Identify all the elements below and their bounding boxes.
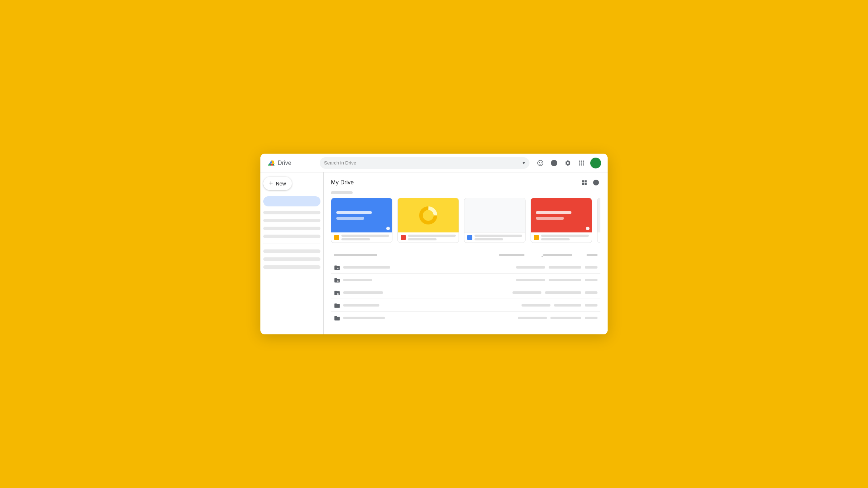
- folder-icon: [334, 302, 340, 308]
- list-row-content: [343, 317, 597, 319]
- svg-point-1: [539, 162, 540, 163]
- row-size: [585, 266, 597, 269]
- card-filename-1: [341, 235, 389, 237]
- settings-icon[interactable]: [563, 158, 573, 168]
- svg-rect-12: [582, 180, 584, 182]
- section-label: [331, 191, 353, 194]
- sidebar-item-spam[interactable]: [263, 249, 320, 253]
- app-header: Drive ▾: [260, 154, 608, 172]
- card-info-2: [398, 232, 459, 243]
- sidebar-item-shared[interactable]: [263, 219, 320, 222]
- sidebar-item-storage[interactable]: [263, 265, 320, 269]
- file-card-2[interactable]: [397, 198, 459, 243]
- list-row-content: [343, 266, 597, 269]
- row-name: [343, 266, 390, 269]
- new-plus-icon: +: [269, 180, 273, 187]
- card-meta-4: [541, 238, 570, 240]
- search-dropdown-icon[interactable]: ▾: [523, 160, 525, 166]
- svg-rect-4: [581, 160, 582, 162]
- sidebar-divider: [263, 244, 320, 244]
- card-filename-2: [408, 235, 456, 237]
- main-header: My Drive: [331, 178, 600, 187]
- sidebar-item-trash[interactable]: [263, 257, 320, 261]
- drive-window: Drive ▾: [260, 154, 608, 334]
- grid-view-icon[interactable]: [580, 178, 589, 187]
- main-content: My Drive: [324, 172, 608, 334]
- list-item[interactable]: [331, 261, 600, 274]
- sidebar-item-my-drive[interactable]: [263, 196, 320, 206]
- shared-folder-icon: [334, 277, 340, 283]
- search-input[interactable]: [324, 157, 523, 169]
- card-thumbnail-4: [531, 198, 592, 232]
- user-avatar[interactable]: [590, 158, 601, 168]
- search-bar[interactable]: ▾: [320, 157, 529, 169]
- app-body: + New My Drive: [260, 172, 608, 334]
- card-text-2: [408, 235, 456, 240]
- svg-rect-11: [583, 164, 584, 165]
- file-card-3[interactable]: [464, 198, 526, 243]
- new-button[interactable]: + New: [263, 177, 292, 190]
- row-name: [343, 304, 379, 307]
- row-name: [343, 291, 383, 294]
- card-meta-1: [341, 238, 370, 240]
- row-modified: [550, 317, 581, 319]
- new-button-label: New: [276, 181, 286, 187]
- svg-rect-7: [581, 162, 582, 163]
- logo-area: Drive: [267, 159, 314, 167]
- card-thumbnail-1: [331, 198, 392, 232]
- list-item[interactable]: [331, 299, 600, 312]
- card-info-5: [597, 232, 600, 242]
- list-item[interactable]: [331, 312, 600, 324]
- sidebar-item-starred[interactable]: [263, 235, 320, 238]
- card-info-1: [331, 232, 392, 243]
- list-header: ↓: [331, 250, 600, 260]
- col-size: [587, 254, 597, 256]
- row-modified: [545, 291, 581, 294]
- svg-rect-6: [579, 162, 580, 163]
- header-icons: [535, 158, 601, 168]
- svg-rect-5: [583, 160, 584, 162]
- card-thumbnail-5: [597, 198, 600, 232]
- shared-folder-icon: [334, 289, 340, 296]
- donut-chart: [417, 205, 439, 226]
- sidebar-item-computers[interactable]: [263, 211, 320, 214]
- file-card-1[interactable]: [331, 198, 392, 243]
- account-icon[interactable]: [592, 178, 600, 187]
- circle-icon[interactable]: [549, 158, 559, 168]
- row-size: [585, 279, 597, 281]
- row-modified: [549, 279, 581, 281]
- file-type-icon-4: [534, 235, 539, 240]
- svg-rect-13: [585, 180, 587, 182]
- svg-point-0: [538, 160, 543, 166]
- card-info-3: [464, 232, 525, 243]
- file-type-icon-1: [334, 235, 339, 240]
- svg-point-18: [424, 211, 433, 220]
- list-row-content: [343, 304, 597, 307]
- svg-rect-10: [581, 164, 582, 165]
- card-text-4: [541, 235, 589, 240]
- file-card-4[interactable]: [531, 198, 592, 243]
- list-item[interactable]: [331, 274, 600, 286]
- sidebar-item-recent[interactable]: [263, 227, 320, 230]
- card-dot-badge-1: [386, 227, 390, 230]
- col-modified: [543, 254, 572, 256]
- row-modified: [554, 304, 581, 307]
- main-header-icons: [580, 178, 600, 187]
- row-modified: [549, 266, 581, 269]
- row-name: [343, 317, 385, 319]
- row-size: [585, 291, 597, 294]
- row-owner: [512, 291, 541, 294]
- svg-rect-14: [582, 183, 584, 185]
- emoji-icon[interactable]: [535, 158, 545, 168]
- file-type-icon-2: [401, 235, 406, 240]
- card-meta-2: [408, 238, 437, 240]
- card-thumbnail-2: [398, 198, 459, 232]
- apps-icon[interactable]: [576, 158, 587, 168]
- row-size: [585, 304, 597, 307]
- list-item[interactable]: [331, 286, 600, 299]
- col-owner: [499, 254, 524, 256]
- card-text-1: [341, 235, 389, 240]
- svg-rect-8: [583, 162, 584, 163]
- list-row-content: [343, 279, 597, 281]
- file-card-5[interactable]: [597, 198, 600, 243]
